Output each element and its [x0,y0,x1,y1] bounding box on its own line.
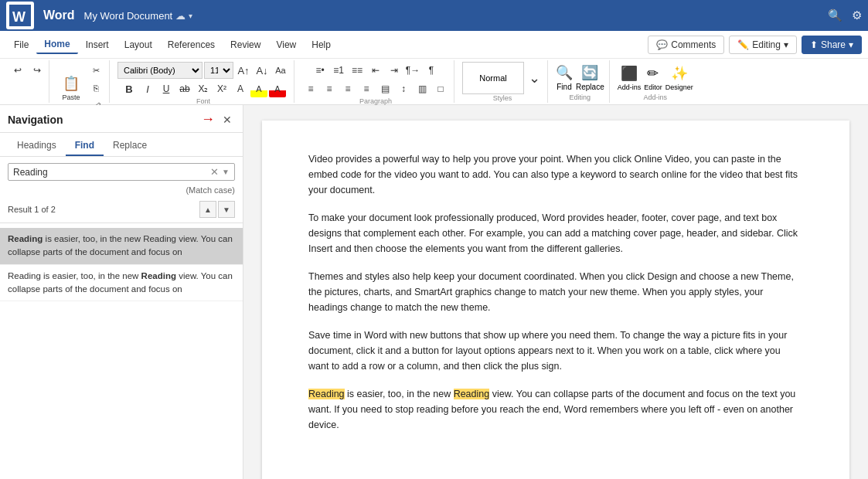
strikethrough-button[interactable]: ab [176,80,193,97]
font-size-select[interactable]: 11 [204,62,233,79]
doc-paragraph-4: Save time in Word with new buttons that … [308,328,803,374]
menu-layout[interactable]: Layout [117,36,160,53]
result-count: Result 1 of 2 [8,205,56,214]
search-results-list: Reading is easier, too, in the new Readi… [0,223,243,479]
share-dropdown-icon: ▾ [849,39,853,50]
editing-dropdown-icon: ▾ [784,39,788,50]
menu-insert[interactable]: Insert [78,36,117,53]
match-case-label: (Match case) [0,184,243,198]
editor-icon: ✏ [647,65,659,82]
nav-tab-find[interactable]: Find [66,136,104,156]
result-text-2-prefix: Reading is easier, too, in the new [8,271,141,280]
ltr-button[interactable]: ¶→ [404,62,421,79]
document-area[interactable]: Video provides a powerful way to help yo… [243,105,868,479]
menu-references[interactable]: References [160,36,223,53]
editor-button[interactable]: ✏ Editor [644,65,662,91]
show-hide-button[interactable]: ¶ [423,62,440,79]
addins-section: ⬛ Add-ins ✏ Editor ✨ Designer Add-ins [613,60,698,103]
align-center-button[interactable]: ≡ [321,80,338,97]
nav-header-right: → ✕ [201,111,235,127]
align-right-button[interactable]: ≡ [339,80,356,97]
subscript-button[interactable]: X₂ [195,80,212,97]
search-title-icon[interactable]: 🔍 [828,8,842,22]
doc-highlight-reading-1: Reading [308,389,345,399]
paste-button[interactable]: 📋 Paste [57,70,85,106]
doc-paragraph-2: To make your document look professionall… [308,210,803,256]
superscript-button[interactable]: X² [213,80,230,97]
settings-icon[interactable]: ⚙ [852,8,862,22]
multilevel-list-button[interactable]: ≡≡ [349,62,366,79]
increase-font-button[interactable]: A↑ [235,62,252,79]
copy-button[interactable]: ⎘ [87,80,104,97]
column-button[interactable]: ▤ [376,80,393,97]
editing-button[interactable]: ✏️ Editing ▾ [729,36,797,54]
decrease-font-button[interactable]: A↓ [254,62,271,79]
doc-para-4-text: Save time in Word with new buttons that … [308,330,787,372]
nav-close-button[interactable]: ✕ [220,112,235,127]
styles-section: Normal ⌄ Styles [458,60,548,103]
menu-bar: File Home Insert Layout References Revie… [0,31,868,59]
styles-gallery[interactable]: Normal [462,62,524,94]
redo-button[interactable]: ↪ [29,62,46,79]
justify-button[interactable]: ≡ [358,80,375,97]
title-dropdown-icon[interactable]: ▾ [189,12,192,20]
document-page: Video provides a powerful way to help yo… [262,121,849,479]
word-logo-icon: W [6,2,34,29]
replace-button[interactable]: 🔄 Replace [576,64,604,91]
font-color-button[interactable]: A [269,80,286,97]
clipboard-section: 📋 Paste ✂ ⎘ 🖌 Clipboard [53,60,110,103]
menu-view[interactable]: View [268,36,304,53]
replace-icon: 🔄 [581,64,598,81]
bullets-button[interactable]: ≡• [311,62,328,79]
bold-button[interactable]: B [121,80,138,97]
cut-button[interactable]: ✂ [87,62,104,79]
text-effects-button[interactable]: A [232,80,249,97]
menu-review[interactable]: Review [223,36,268,53]
result-navigation: ▲ ▼ [199,201,235,218]
borders-button[interactable]: □ [432,80,449,97]
addins-label: Add-ins [643,93,667,101]
increase-indent-button[interactable]: ⇥ [386,62,403,79]
addins-button[interactable]: ⬛ Add-ins [618,65,642,91]
decrease-indent-button[interactable]: ⇤ [367,62,384,79]
share-button[interactable]: ⬆ Share ▾ [802,36,862,54]
line-spacing-button[interactable]: ↕ [395,80,412,97]
font-section: Calibri (Body) 11 A↑ A↓ Aa B I U ab X₂ X… [113,60,294,103]
shading-button[interactable]: ▥ [414,80,431,97]
ribbon-right-buttons: 💬 Comments ✏️ Editing ▾ ⬆ Share ▾ [648,36,862,54]
comments-button[interactable]: 💬 Comments [648,36,724,54]
result-highlight-word: Reading [8,234,43,243]
menu-help[interactable]: Help [304,36,339,53]
search-result-item[interactable]: Reading is easier, too, in the new Readi… [0,228,243,265]
document-title: My Word Document [84,10,173,22]
menu-file[interactable]: File [6,36,36,53]
result-next-button[interactable]: ▼ [218,201,235,218]
comment-icon: 💬 [656,39,668,50]
align-left-button[interactable]: ≡ [302,80,319,97]
nav-header: Navigation → ✕ [0,105,243,133]
underline-button[interactable]: U [158,80,175,97]
navigation-panel: Navigation → ✕ Headings Find Replace ✕ ▼… [0,105,243,479]
font-name-select[interactable]: Calibri (Body) [117,62,203,79]
numbering-button[interactable]: ≡1 [330,62,347,79]
designer-button[interactable]: ✨ Designer [665,65,693,91]
paragraph-label: Paragraph [359,97,392,105]
app-logo: W [6,2,37,29]
nav-tab-replace[interactable]: Replace [104,136,156,156]
result-prev-button[interactable]: ▲ [199,201,216,218]
undo-button[interactable]: ↩ [9,62,26,79]
highlight-color-button[interactable]: A [250,80,267,97]
change-case-button[interactable]: Aa [272,62,289,79]
search-clear-button[interactable]: ✕ [210,166,219,178]
search-result-item[interactable]: Reading is easier, too, in the new Readi… [0,265,243,302]
italic-button[interactable]: I [139,80,156,97]
nav-tab-headings[interactable]: Headings [8,136,66,156]
search-expand-button[interactable]: ▼ [222,168,230,176]
search-box: ✕ ▼ [8,163,235,181]
styles-expand-button[interactable]: ⌄ [526,62,543,94]
doc-highlight-reading-2: Reading [454,389,490,399]
editing-section: 🔍 Find 🔄 Replace Editing [551,60,610,103]
menu-home[interactable]: Home [36,36,77,54]
search-input[interactable] [13,167,210,178]
find-button[interactable]: 🔍 Find [556,64,573,91]
